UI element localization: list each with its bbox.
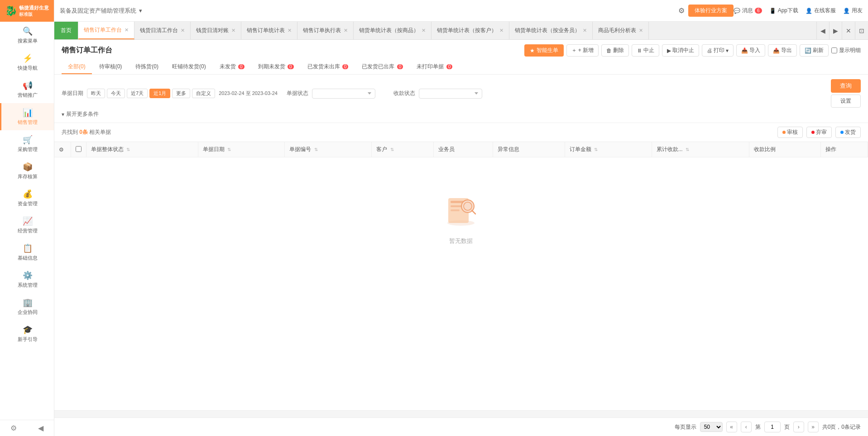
- sidebar-item-sales[interactable]: 📊 销售管理: [0, 103, 54, 130]
- tab-sales-workbench[interactable]: 销售订单工作台 ✕: [78, 22, 134, 39]
- per-page-select[interactable]: 50 20 100: [700, 422, 723, 432]
- ship-action-btn[interactable]: 发货: [835, 127, 861, 138]
- tab-scroll-left[interactable]: ◀: [816, 22, 829, 40]
- page-next-btn[interactable]: ›: [793, 422, 804, 432]
- sub-tab-wangpu[interactable]: 旺铺待发货(0): [166, 60, 212, 74]
- sub-tab-shipped-not-out[interactable]: 已发货未出库 0: [301, 60, 355, 74]
- cancel-review-action-btn[interactable]: 弃审: [806, 127, 832, 138]
- sidebar-item-enterprise[interactable]: 🏢 企业协同: [0, 293, 54, 320]
- tab-sales-stats-product-close[interactable]: ✕: [422, 28, 426, 33]
- sidebar-item-newbie[interactable]: 🎓 新手引导: [0, 320, 54, 347]
- smart-gen-btn[interactable]: ★ 智能生单: [524, 44, 564, 57]
- sidebar-item-quicknav[interactable]: ⚡ 快捷导航: [0, 49, 54, 76]
- page-last-btn[interactable]: »: [808, 422, 819, 432]
- tab-maximize[interactable]: ⊡: [855, 22, 868, 40]
- export-btn[interactable]: 📤 导出: [768, 44, 797, 57]
- col-customer-sort[interactable]: ⇅: [390, 147, 394, 152]
- page-prev-btn[interactable]: ‹: [741, 422, 752, 432]
- col-number-sort[interactable]: ⇅: [314, 147, 318, 152]
- sub-tab-all[interactable]: 全部(0): [62, 60, 92, 74]
- sidebar-item-search[interactable]: 🔍 搜索菜单: [0, 22, 54, 49]
- sidebar-item-operation[interactable]: 📈 经营管理: [0, 212, 54, 239]
- tab-sales-stats-product[interactable]: 销货单统计表（按商品） ✕: [354, 22, 432, 39]
- sidebar-item-purchase[interactable]: 🛒 采购管理: [0, 130, 54, 157]
- payment-filter-select[interactable]: [419, 89, 482, 99]
- tab-sales-order-stats[interactable]: 销售订单统计表 ✕: [241, 22, 297, 39]
- suspend-label: 中止: [643, 47, 654, 54]
- col-amount-sort[interactable]: ⇅: [594, 147, 598, 152]
- tab-cashflow-accounts-close[interactable]: ✕: [231, 28, 235, 33]
- page-first-btn[interactable]: «: [726, 422, 737, 432]
- per-page-label: 每页显示: [675, 423, 696, 431]
- topbar-dropdown-arrow[interactable]: ▾: [139, 7, 142, 14]
- date-btn-7days[interactable]: 近7天: [127, 89, 148, 98]
- tab-close-all[interactable]: ✕: [842, 22, 855, 40]
- tab-product-margin[interactable]: 商品毛利分析表 ✕: [593, 22, 649, 39]
- user-btn[interactable]: 👤 用友: [843, 7, 863, 14]
- date-btn-more[interactable]: 更多: [172, 89, 190, 98]
- sidebar-item-basicinfo[interactable]: 📋 基础信息: [0, 239, 54, 266]
- sidebar-item-marketing[interactable]: 📢 营销推广: [0, 76, 54, 103]
- tab-home[interactable]: 首页: [54, 22, 78, 39]
- sidebar-label-marketing: 营销推广: [18, 92, 38, 99]
- delete-btn[interactable]: 🗑 删除: [601, 44, 629, 57]
- online-service-btn[interactable]: 👤 在线客服: [806, 7, 836, 14]
- col-collected-sort[interactable]: ⇅: [686, 147, 689, 152]
- sidebar-item-inventory[interactable]: 📦 库存核算: [0, 157, 54, 185]
- tab-scroll-right[interactable]: ▶: [829, 22, 842, 40]
- review-action-btn[interactable]: 审核: [777, 127, 803, 138]
- print-btn[interactable]: 🖨 打印 ▾: [702, 44, 734, 57]
- show-detail-checkbox[interactable]: [831, 47, 837, 53]
- not-printed-badge: 0: [446, 64, 453, 69]
- page-number-input[interactable]: [764, 422, 781, 432]
- tab-sales-workbench-close[interactable]: ✕: [125, 27, 129, 33]
- tab-sales-order-execute[interactable]: 销售订单执行表 ✕: [297, 22, 354, 39]
- tab-sales-order-execute-close[interactable]: ✕: [344, 28, 348, 33]
- sub-tab-shipped-out[interactable]: 已发货已出库 0: [355, 60, 409, 74]
- sub-tab-not-printed[interactable]: 未打印单据 0: [410, 60, 459, 74]
- table-scroll[interactable]: ⚙ 单据整体状态 ⇅ 单据日期 ⇅ 单据编号: [54, 142, 868, 410]
- cancel-suspend-btn[interactable]: ▶ 取消中止: [662, 44, 699, 57]
- date-btn-custom[interactable]: 自定义: [192, 89, 215, 98]
- query-btn[interactable]: 查询: [831, 79, 861, 93]
- tab-sales-stats-customer-close[interactable]: ✕: [499, 28, 504, 33]
- industry-btn[interactable]: 体验行业方案: [688, 5, 734, 17]
- horizontal-scrollbar[interactable]: [54, 410, 868, 417]
- col-setting[interactable]: ⚙: [54, 142, 71, 157]
- sidebar-item-system[interactable]: ⚙️ 系统管理: [0, 266, 54, 293]
- refresh-btn[interactable]: 🔄 刷新: [800, 44, 829, 57]
- tab-cashflow-accounts[interactable]: 钱货日清对账 ✕: [191, 22, 241, 39]
- ship-label: 发货: [845, 128, 856, 136]
- import-btn[interactable]: 📥 导入: [736, 44, 765, 57]
- tab-sales-stats-staff-close[interactable]: ✕: [583, 28, 587, 33]
- tab-sales-stats-customer[interactable]: 销货单统计表（按客户） ✕: [432, 22, 509, 39]
- tab-sales-order-stats-close[interactable]: ✕: [288, 28, 292, 33]
- settings-btn[interactable]: 设置: [831, 95, 861, 108]
- col-status-sort[interactable]: ⇅: [126, 147, 130, 152]
- topbar-settings-icon[interactable]: ⚙: [678, 6, 685, 15]
- add-btn[interactable]: ＋ + 新增: [566, 44, 599, 57]
- sub-tab-not-shipped[interactable]: 未发货 0: [213, 60, 251, 74]
- suspend-btn[interactable]: ⏸ 中止: [632, 44, 659, 57]
- tab-cashflow-daily[interactable]: 钱货日清工作台 ✕: [134, 22, 191, 39]
- sidebar-item-finance[interactable]: 💰 资金管理: [0, 185, 54, 212]
- app-download-btn[interactable]: 📱 App下载: [769, 7, 798, 14]
- date-btn-today[interactable]: 今天: [107, 89, 125, 98]
- tab-sales-stats-staff[interactable]: 销货单统计表（按业务员） ✕: [509, 22, 593, 39]
- sidebar-collapse-btn[interactable]: ◀: [38, 424, 43, 432]
- select-all-checkbox[interactable]: [76, 146, 82, 152]
- tab-cashflow-daily-close[interactable]: ✕: [181, 28, 185, 33]
- col-checkbox[interactable]: [71, 142, 86, 157]
- sub-tab-overdue[interactable]: 到期未发货 0: [252, 60, 300, 74]
- show-detail-check[interactable]: 显示明细: [831, 47, 861, 54]
- message-btn[interactable]: 💬 消息 6: [734, 7, 762, 14]
- filter-expand-btn[interactable]: ▾ 展开更多条件: [62, 110, 861, 118]
- tab-product-margin-close[interactable]: ✕: [639, 28, 643, 33]
- status-filter-select[interactable]: [312, 89, 375, 99]
- date-btn-yesterday[interactable]: 昨天: [87, 89, 105, 98]
- sub-tab-pending-review[interactable]: 待审核(0): [93, 60, 129, 74]
- date-btn-1month[interactable]: 近1月: [149, 89, 170, 98]
- col-date-sort[interactable]: ⇅: [227, 147, 231, 152]
- sub-tab-pending-inspect[interactable]: 待拣货(0): [129, 60, 165, 74]
- sidebar-settings-btn[interactable]: ⚙: [10, 424, 17, 432]
